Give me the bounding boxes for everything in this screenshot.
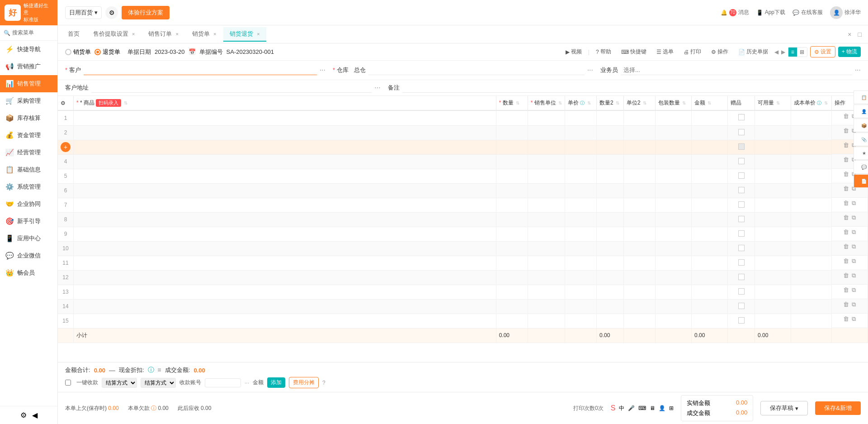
add-payment-btn[interactable]: 添加: [267, 377, 285, 388]
quick-btn-2[interactable]: 👤: [854, 105, 868, 118]
gift-checkbox[interactable]: [738, 129, 745, 135]
tab-sale-price[interactable]: 售价提取设置 ×: [87, 27, 141, 42]
delete-icon[interactable]: 🗑: [843, 315, 849, 326]
quick-btn-5[interactable]: ★: [854, 147, 868, 160]
sidebar-item-quick-nav[interactable]: ⚡ 快捷导航: [0, 41, 57, 58]
gift-checkbox[interactable]: [738, 230, 745, 237]
tab-close-icon[interactable]: ×: [213, 31, 216, 37]
delete-icon[interactable]: 🗑: [843, 200, 849, 210]
grid-view-btn[interactable]: ≡: [788, 48, 797, 57]
experience-btn[interactable]: 体验行业方案: [122, 6, 170, 19]
shortcut-btn[interactable]: ⌨ 快捷键: [618, 47, 650, 57]
sort-icon[interactable]: ⇅: [776, 100, 780, 105]
gift-checkbox[interactable]: [738, 274, 745, 280]
warehouse-input[interactable]: [368, 65, 585, 75]
sidebar-item-enterprise[interactable]: 🤝 企业协同: [0, 195, 57, 213]
tab-sale-order[interactable]: 销售订单 ×: [142, 27, 184, 42]
list-view-btn[interactable]: ⊞: [797, 48, 807, 57]
copy-icon[interactable]: ⧉: [852, 272, 856, 282]
sidebar-item-wechat[interactable]: 💬 企业微信: [0, 247, 57, 264]
gift-checkbox[interactable]: [738, 303, 745, 309]
operation-btn[interactable]: ⚙ 操作: [708, 47, 732, 57]
sidebar-item-vip[interactable]: 👑 畅会员: [0, 264, 57, 281]
calc-method-select[interactable]: 结算方式: [141, 378, 176, 388]
sidebar-search[interactable]: 🔍 搜索菜单: [0, 25, 57, 41]
sidebar-item-marketing[interactable]: 📢 营销推广: [0, 58, 57, 75]
customer-dots[interactable]: ···: [320, 66, 326, 74]
gift-checkbox[interactable]: [738, 288, 745, 295]
gift-checkbox[interactable]: [738, 143, 745, 150]
sort-icon[interactable]: ⇅: [682, 100, 686, 105]
select-btn[interactable]: ☰ 选单: [653, 47, 677, 57]
quick-btn-1[interactable]: 📋: [854, 91, 868, 104]
delete-icon[interactable]: 🗑: [843, 286, 849, 297]
sidebar-item-basic[interactable]: 📋 基础信息: [0, 161, 57, 178]
quick-btn-4[interactable]: 📎: [854, 133, 868, 146]
grid-icon[interactable]: ⊞: [669, 405, 674, 411]
copy-icon[interactable]: ⧉: [852, 243, 856, 253]
sidebar-item-finance[interactable]: 💰 资金管理: [0, 127, 57, 144]
logistics-btn[interactable]: + 物流: [838, 47, 861, 57]
address-input[interactable]: [91, 83, 372, 93]
product-input-active[interactable]: [76, 144, 493, 151]
sort-arrows-icon[interactable]: ⇅: [124, 100, 127, 105]
add-row-btn[interactable]: +: [61, 142, 71, 152]
print-btn[interactable]: 🖨 打印: [680, 47, 705, 57]
sidebar-settings-icon[interactable]: ⚙: [20, 411, 27, 419]
tab-home[interactable]: 首页: [61, 27, 86, 42]
user-group[interactable]: 👤 徐泽华: [830, 6, 861, 19]
sort-icon[interactable]: ⇅: [708, 100, 711, 105]
delete-icon[interactable]: 🗑: [843, 171, 849, 181]
delete-icon[interactable]: 🗑: [843, 301, 849, 311]
save-draft-btn[interactable]: 保存草稿 ▾: [760, 401, 808, 415]
payment-method-select[interactable]: 结算方式: [102, 378, 137, 388]
delete-icon[interactable]: 🗑: [843, 156, 849, 167]
gift-checkbox[interactable]: [738, 201, 745, 208]
delete-icon[interactable]: 🗑: [843, 243, 849, 253]
tab-close-active-icon[interactable]: ×: [257, 31, 259, 37]
copy-icon[interactable]: ⧉: [852, 229, 856, 239]
history-btn[interactable]: 📄 历史单据: [735, 47, 772, 57]
sale-return-radio[interactable]: 退货单: [94, 48, 120, 56]
delete-icon[interactable]: 🗑: [843, 214, 849, 224]
tab-maximize-icon[interactable]: □: [855, 31, 864, 38]
customer-input[interactable]: [84, 65, 317, 75]
scan-btn[interactable]: 扫码录入: [96, 99, 121, 107]
staff-dots[interactable]: ···: [855, 66, 861, 74]
staff-input[interactable]: [621, 65, 852, 75]
sidebar-item-newbie[interactable]: 🎯 新手引导: [0, 213, 57, 230]
person-icon[interactable]: 👤: [659, 405, 665, 411]
monitor-icon[interactable]: 🖥: [650, 405, 655, 411]
tab-window-close-icon[interactable]: ×: [845, 31, 854, 38]
delete-icon[interactable]: 🗑: [843, 185, 849, 195]
sidebar-item-purchase[interactable]: 🛒 采购管理: [0, 92, 57, 110]
help-btn[interactable]: ? 帮助: [592, 47, 615, 57]
online-service-group[interactable]: 💬 在线客服: [793, 9, 823, 16]
sort-icon[interactable]: ⇅: [616, 100, 619, 105]
copy-icon[interactable]: ⧉: [852, 214, 856, 224]
copy-icon[interactable]: ⧉: [852, 315, 856, 326]
th-settings[interactable]: ⚙: [58, 96, 74, 110]
address-dots[interactable]: ···: [374, 84, 380, 92]
notification-group[interactable]: 🔔 70 消息: [721, 9, 749, 16]
video-btn[interactable]: ▶ 视频: [562, 47, 585, 57]
sidebar-item-stock[interactable]: 📦 库存核算: [0, 110, 57, 127]
delete-icon[interactable]: 🗑: [843, 113, 849, 123]
sidebar-item-app[interactable]: 📱 应用中心: [0, 230, 57, 247]
gift-checkbox[interactable]: [738, 259, 745, 266]
quick-btn-3[interactable]: 📦: [854, 119, 868, 132]
quick-btn-7[interactable]: 📄: [854, 174, 868, 188]
gift-checkbox[interactable]: [738, 172, 745, 179]
sort-icon[interactable]: ⇅: [516, 100, 519, 105]
delete-icon[interactable]: 🗑: [843, 229, 849, 239]
sidebar-item-system[interactable]: ⚙️ 系统管理: [0, 178, 57, 195]
delete-icon[interactable]: 🗑: [843, 142, 849, 152]
delete-icon[interactable]: 🗑: [843, 272, 849, 282]
gift-checkbox[interactable]: [738, 158, 745, 164]
quick-btn-6[interactable]: 💬: [854, 160, 868, 174]
settings-side-btn[interactable]: ⚙ 设置: [810, 46, 835, 57]
header-settings-btn[interactable]: ⚙: [105, 6, 118, 19]
tab-close-icon[interactable]: ×: [175, 31, 178, 37]
tab-sale-return[interactable]: 销货退货 ×: [223, 27, 266, 42]
gift-checkbox[interactable]: [738, 114, 745, 120]
